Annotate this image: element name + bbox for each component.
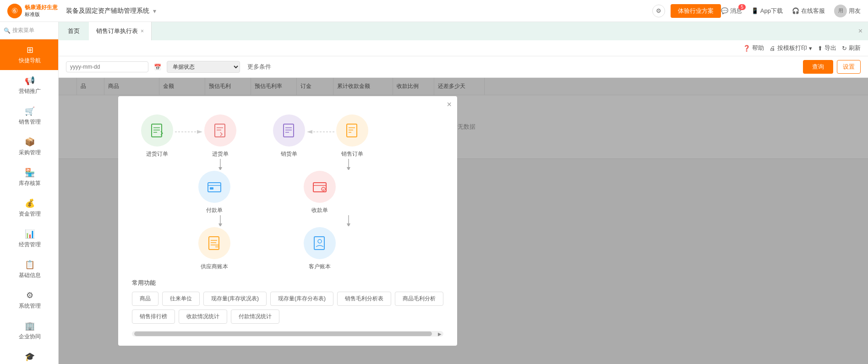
sidebar-item-marketing[interactable]: 📢 营销推广 bbox=[0, 70, 58, 101]
query-button[interactable]: 查询 bbox=[803, 60, 833, 74]
calendar-icon: 📅 bbox=[154, 64, 161, 71]
tab-bar: 首页 销售订单执行表 × × bbox=[59, 22, 868, 40]
top-right-area: 💬 消息 5 📱 App下载 🎧 在线客服 用 用友 bbox=[721, 5, 861, 17]
svg-rect-23 bbox=[208, 183, 221, 192]
status-select[interactable]: 单据状态 bbox=[167, 61, 240, 73]
sidebar-item-quick-nav[interactable]: ⊞ 快捷导航 bbox=[0, 39, 58, 70]
cf-buttons-row2: 销售排行榜 收款情况统计 付款情况统计 bbox=[132, 310, 443, 324]
purchase-bill-label: 进货单 bbox=[212, 150, 229, 158]
app-download-icon: 📱 bbox=[751, 7, 759, 14]
top-bar: ⑥ 畅康通好生意 标准版 装备及固定资产辅助管理系统 ▾ ⚙ 体验行业方案 💬 … bbox=[0, 0, 868, 22]
sidebar-item-newbie[interactable]: 🎓 新手引导 bbox=[0, 346, 58, 364]
sidebar-label-enterprise: 企业协同 bbox=[19, 333, 41, 341]
quick-nav-icon: ⊞ bbox=[27, 45, 33, 55]
tab-sales-order[interactable]: 销售订单执行表 × bbox=[89, 22, 152, 40]
logo-text: 畅康通好生意 标准版 bbox=[25, 4, 58, 18]
user-avatar: 用 bbox=[834, 5, 847, 17]
basic-icon: 📋 bbox=[25, 260, 35, 270]
svg-point-40 bbox=[318, 239, 322, 243]
sidebar-label-system: 系统管理 bbox=[19, 302, 41, 310]
help-btn[interactable]: ❓ 帮助 bbox=[743, 44, 764, 52]
sidebar: 🔍 搜索菜单 ⊞ 快捷导航 📢 营销推广 🛒 销售管理 📦 采购管理 bbox=[0, 22, 59, 364]
enterprise-icon: 🏢 bbox=[25, 321, 35, 331]
sidebar-item-purchase[interactable]: 📦 采购管理 bbox=[0, 131, 58, 162]
more-conditions-btn[interactable]: 更多条件 bbox=[247, 63, 271, 71]
cf-btn-stock-status[interactable]: 现存量(库存状况表) bbox=[203, 292, 267, 306]
payment-bill-label: 付款单 bbox=[206, 206, 223, 214]
cf-btn-sales-profit[interactable]: 销售毛利分析表 bbox=[337, 292, 391, 306]
node-purchase-bill[interactable]: 进货单 bbox=[204, 114, 236, 158]
sidebar-item-inventory[interactable]: 🏪 库存核算 bbox=[0, 162, 58, 193]
system-icon: ⚙ bbox=[26, 290, 33, 300]
sidebar-label-marketing: 营销推广 bbox=[19, 87, 41, 95]
arrow-so-to-sb bbox=[307, 128, 334, 136]
node-customer-ledger[interactable]: 客户账本 bbox=[304, 227, 336, 271]
sales-order-label: 销售订单 bbox=[341, 150, 363, 158]
node-purchase-order[interactable]: 进货订单 bbox=[141, 114, 173, 158]
settings-icon[interactable]: ⚙ bbox=[652, 5, 665, 17]
modal-scrollbar-track[interactable]: ▶ bbox=[132, 331, 443, 337]
logo-icon: ⑥ bbox=[7, 4, 22, 18]
date-from-input[interactable] bbox=[66, 61, 148, 72]
purchase-order-icon bbox=[141, 114, 173, 147]
modal-close-btn[interactable]: × bbox=[447, 100, 452, 109]
marketing-icon: 📢 bbox=[25, 76, 35, 86]
sidebar-label-operation: 经营管理 bbox=[19, 241, 41, 249]
print-btn[interactable]: 🖨 按模板打印 ▾ bbox=[770, 44, 812, 52]
cf-btn-receipt-stats[interactable]: 收款情况统计 bbox=[179, 310, 227, 324]
message-item[interactable]: 💬 消息 5 bbox=[721, 7, 742, 15]
cf-btn-payment-stats[interactable]: 付款情况统计 bbox=[231, 310, 279, 324]
svg-marker-5 bbox=[197, 130, 202, 134]
sidebar-search[interactable]: 🔍 搜索菜单 bbox=[0, 22, 58, 39]
logo-line1: 畅康通好生意 bbox=[25, 4, 58, 11]
cf-btn-goods[interactable]: 商品 bbox=[132, 292, 158, 306]
system-arrow-icon[interactable]: ▾ bbox=[153, 7, 156, 15]
page-content: 品 商品 金额 预估毛利 预估毛利率 订金 累计收款金额 收款比例 还差多少天 … bbox=[59, 78, 868, 364]
sidebar-item-system[interactable]: ⚙ 系统管理 bbox=[0, 285, 58, 315]
cf-btn-contacts[interactable]: 往来单位 bbox=[162, 292, 200, 306]
sidebar-item-sales[interactable]: 🛒 销售管理 bbox=[0, 101, 58, 131]
customer-ledger-label: 客户账本 bbox=[309, 263, 331, 271]
node-receipt-bill[interactable]: ¥ 收款单 bbox=[304, 171, 336, 214]
newbie-icon: 🎓 bbox=[25, 352, 35, 362]
trial-button[interactable]: 体验行业方案 bbox=[671, 4, 721, 18]
node-sales-order[interactable]: 销售订单 bbox=[336, 114, 368, 158]
cf-buttons: 商品 往来单位 现存量(库存状况表) 现存量(库存分布表) 销售毛利分析表 商品… bbox=[132, 292, 443, 306]
search-label: 搜索菜单 bbox=[12, 27, 34, 34]
supplier-ledger-icon bbox=[198, 227, 230, 259]
cf-btn-stock-dist[interactable]: 现存量(库存分布表) bbox=[270, 292, 333, 306]
sidebar-item-enterprise[interactable]: 🏢 企业协同 bbox=[0, 315, 58, 346]
sidebar-item-basic[interactable]: 📋 基础信息 bbox=[0, 254, 58, 285]
cf-title: 常用功能 bbox=[132, 279, 443, 287]
logo-line2: 标准版 bbox=[25, 11, 58, 17]
system-name-text: 装备及固定资产辅助管理系统 bbox=[66, 7, 149, 15]
svg-rect-15 bbox=[347, 124, 357, 137]
modal-scrollbar-thumb[interactable] bbox=[134, 331, 432, 336]
cf-btn-goods-profit[interactable]: 商品毛利分析 bbox=[395, 292, 443, 306]
scroll-right-arrow[interactable]: ▶ bbox=[436, 331, 443, 337]
message-icon: 💬 bbox=[721, 7, 728, 14]
tab-home[interactable]: 首页 bbox=[59, 22, 89, 40]
settings-button[interactable]: 设置 bbox=[837, 60, 861, 74]
close-all-icon[interactable]: × bbox=[858, 27, 863, 35]
purchase-order-label: 进货订单 bbox=[146, 150, 168, 158]
node-sales-bill[interactable]: 销货单 bbox=[273, 114, 305, 158]
filter-row: 📅 单据状态 更多条件 查询 设置 bbox=[59, 56, 868, 78]
node-payment-bill[interactable]: 付款单 bbox=[198, 171, 230, 214]
user-label: 用友 bbox=[849, 7, 861, 15]
down-arrow-pay bbox=[217, 215, 224, 226]
user-item[interactable]: 用 用友 bbox=[834, 5, 861, 17]
export-btn[interactable]: ⬆ 导出 bbox=[818, 44, 836, 52]
payment-bill-icon bbox=[198, 171, 230, 203]
flow-down-arrows2 bbox=[217, 215, 434, 226]
sidebar-item-finance[interactable]: 💰 资金管理 bbox=[0, 193, 58, 223]
tab-close-icon[interactable]: × bbox=[141, 28, 144, 34]
online-service-item[interactable]: 🎧 在线客服 bbox=[792, 7, 825, 15]
svg-rect-9 bbox=[284, 124, 294, 137]
node-supplier-ledger[interactable]: 供应商账本 bbox=[198, 227, 230, 271]
sidebar-item-operation[interactable]: 📊 经营管理 bbox=[0, 223, 58, 254]
supplier-ledger-label: 供应商账本 bbox=[201, 263, 228, 271]
refresh-btn[interactable]: ↻ 刷新 bbox=[842, 44, 861, 52]
cf-btn-sales-rank[interactable]: 销售排行榜 bbox=[132, 310, 175, 324]
app-download-item[interactable]: 📱 App下载 bbox=[751, 7, 783, 15]
